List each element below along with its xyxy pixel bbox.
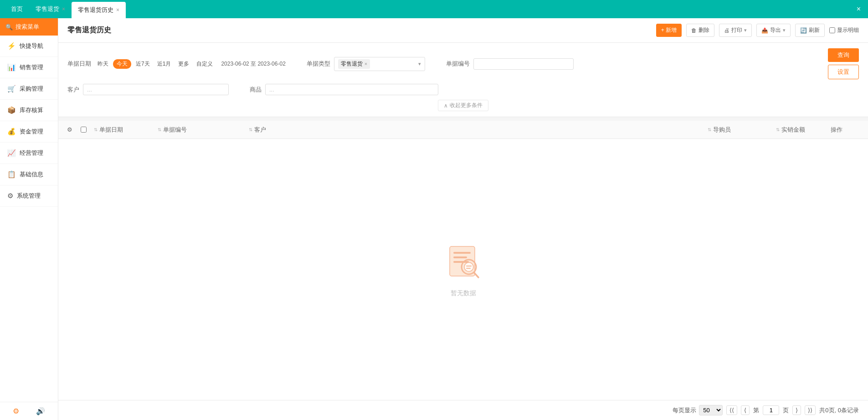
settings-footer-icon[interactable]: ⚙ (13, 407, 19, 415)
refresh-button[interactable]: 🔄 刷新 (795, 24, 825, 37)
date-opt-today[interactable]: 今天 (113, 59, 131, 69)
tab-retail-return-history[interactable]: 零售退货历史 × (72, 2, 126, 18)
export-button[interactable]: 📤 导出 ▾ (756, 24, 791, 37)
operation-icon: 📈 (7, 149, 16, 157)
col-header-customer[interactable]: ⇅ 客户 (245, 126, 704, 134)
select-all-checkbox[interactable] (81, 127, 87, 133)
export-chevron-icon: ▾ (783, 27, 786, 33)
sidebar-item-sales[interactable]: 📊 销售管理 (0, 57, 58, 78)
col-header-guide[interactable]: ⇅ 导购员 (704, 126, 772, 134)
sidebar-item-system-label: 系统管理 (17, 192, 41, 200)
doc-type-tag-remove[interactable]: × (365, 61, 367, 67)
tab-retail-return-history-close[interactable]: × (116, 7, 119, 13)
date-opt-last30[interactable]: 近1月 (154, 59, 174, 69)
sidebar-item-quick-nav[interactable]: ⚡ 快捷导航 (0, 36, 58, 57)
sidebar-item-finance[interactable]: 💰 资金管理 (0, 121, 58, 143)
sales-icon: 📊 (7, 63, 16, 72)
filter-row-2: 客户 ... 商品 ... (67, 84, 859, 95)
page-input[interactable]: 1 (763, 405, 779, 415)
tab-retail-return[interactable]: 零售退货 × (29, 0, 72, 18)
page-label: 第 (753, 406, 759, 415)
tab-retail-return-label: 零售退货 (36, 5, 59, 13)
date-opt-last7[interactable]: 近7天 (133, 59, 153, 69)
svg-point-5 (464, 262, 473, 271)
search-icon: 🔍 (5, 24, 13, 31)
table-settings-icon[interactable]: ⚙ (63, 126, 77, 133)
sort-icon-date: ⇅ (94, 127, 98, 132)
show-details-checkbox[interactable] (829, 27, 835, 33)
date-opt-more[interactable]: 更多 (175, 59, 192, 69)
delete-button[interactable]: 🗑 删除 (686, 24, 714, 37)
customer-input[interactable]: ... (83, 84, 229, 95)
sidebar-search[interactable]: 🔍 搜索菜单 (0, 18, 58, 36)
doc-no-input[interactable] (473, 58, 574, 70)
col-date-label: 单据日期 (99, 126, 123, 134)
col-docno-label: 单据编号 (163, 126, 187, 134)
window-close-button[interactable]: × (849, 0, 868, 18)
delete-icon: 🗑 (691, 27, 697, 34)
sidebar-item-sales-label: 销售管理 (20, 63, 43, 72)
tab-home[interactable]: 首页 (5, 0, 29, 18)
doc-type-select[interactable]: 零售退货 × ▾ (334, 57, 425, 71)
prev-page-button[interactable]: ⟨ (741, 405, 750, 415)
goods-filter-group: 商品 ... (250, 84, 438, 95)
sidebar-item-operation[interactable]: 📈 经营管理 (0, 143, 58, 164)
date-range-value: 2023-06-02 至 2023-06-02 (221, 60, 285, 68)
date-opt-yesterday[interactable]: 昨天 (95, 59, 111, 69)
refresh-label: 刷新 (809, 26, 820, 34)
sidebar-item-inventory[interactable]: 📦 库存核算 (0, 100, 58, 121)
date-opt-custom[interactable]: 自定义 (194, 59, 216, 69)
sidebar-search-label: 搜索菜单 (15, 23, 39, 31)
last-page-button[interactable]: ⟩⟩ (805, 405, 816, 415)
date-filter-label: 单据日期 (67, 60, 91, 68)
next-page-button[interactable]: ⟩ (792, 405, 801, 415)
filter-settings-button[interactable]: 设置 (828, 65, 859, 79)
sort-icon-docno: ⇅ (158, 127, 161, 132)
filter-row-1: 单据日期 昨天 今天 近7天 近1月 更多 自定义 2023-06-02 至 2… (67, 48, 859, 79)
goods-label: 商品 (250, 86, 262, 94)
tab-home-label: 首页 (11, 5, 23, 13)
export-icon: 📤 (761, 27, 768, 34)
sort-icon-amount: ⇅ (776, 127, 780, 132)
customer-label: 客户 (67, 86, 79, 94)
collapse-icon: ∧ (444, 102, 448, 109)
sidebar-footer: ⚙ 🔊 (0, 402, 58, 420)
new-button[interactable]: + 新增 (656, 24, 682, 37)
page-header: 零售退货历史 + 新增 🗑 删除 🖨 打印 ▾ 📤 导出 ▾ (58, 18, 868, 43)
main-layout: 🔍 搜索菜单 ⚡ 快捷导航 📊 销售管理 🛒 采购管理 📦 库存核算 💰 (0, 18, 868, 420)
collapse-button[interactable]: ∧ 收起更多条件 (438, 100, 488, 111)
doc-type-tag-label: 零售退货 (341, 60, 363, 68)
volume-footer-icon[interactable]: 🔊 (36, 407, 45, 415)
svg-rect-2 (453, 256, 467, 258)
sidebar-item-basic-info[interactable]: 📋 基础信息 (0, 164, 58, 185)
col-header-docno[interactable]: ⇅ 单据编号 (154, 126, 245, 134)
col-action-label: 操作 (831, 126, 842, 134)
show-details-checkbox-label[interactable]: 显示明细 (829, 26, 859, 34)
print-chevron-icon: ▾ (744, 27, 747, 33)
query-button[interactable]: 查询 (828, 48, 859, 62)
empty-icon (441, 242, 486, 283)
sidebar-item-purchase[interactable]: 🛒 采购管理 (0, 78, 58, 100)
filter-area: 单据日期 昨天 今天 近7天 近1月 更多 自定义 2023-06-02 至 2… (58, 43, 868, 117)
table-area: ⚙ ⇅ 单据日期 ⇅ 单据编号 ⇅ 客户 ⇅ 导购员 (58, 121, 868, 420)
goods-input[interactable]: ... (265, 84, 438, 95)
first-page-button[interactable]: ⟨⟨ (726, 405, 737, 415)
sidebar-item-finance-label: 资金管理 (20, 128, 43, 136)
table-select-all[interactable] (77, 127, 90, 133)
doc-type-chevron-icon: ▾ (418, 61, 421, 67)
page-title: 零售退货历史 (67, 26, 111, 35)
print-button[interactable]: 🖨 打印 ▾ (719, 24, 752, 37)
col-header-amount[interactable]: ⇅ 实销金额 (772, 126, 827, 134)
tab-retail-return-close[interactable]: × (62, 6, 65, 12)
col-header-date[interactable]: ⇅ 单据日期 (90, 126, 154, 134)
sort-icon-guide: ⇅ (708, 127, 711, 132)
per-page-select[interactable]: 50 20 100 (699, 405, 723, 415)
col-amount-label: 实销金额 (781, 126, 805, 134)
doc-type-label: 单据类型 (307, 60, 330, 68)
total-info: 共0页, 0条记录 (819, 406, 859, 415)
filter-actions: 查询 设置 (828, 48, 859, 79)
page-suffix: 页 (783, 406, 789, 415)
col-header-action: 操作 (827, 126, 863, 134)
sidebar-item-system[interactable]: ⚙ 系统管理 (0, 185, 58, 207)
print-label: 打印 (731, 26, 742, 34)
